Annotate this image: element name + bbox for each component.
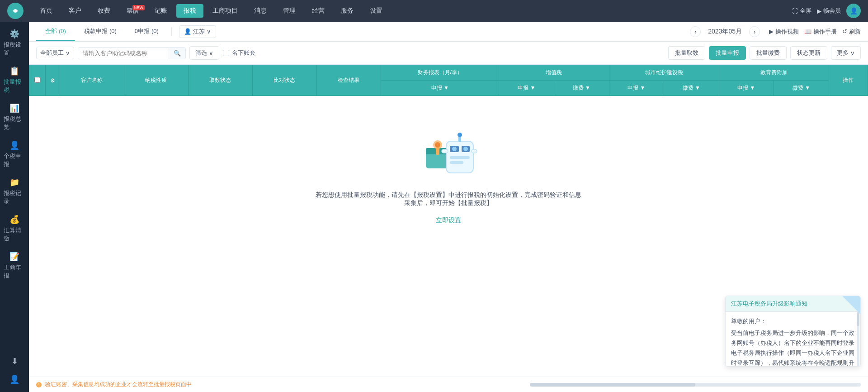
th-fetch-status: 取数状态 [188,65,252,96]
nav-settings[interactable]: 设置 [363,4,390,18]
top-nav-right: ⛶ 全屏 ▶ 畅会员 👤 [792,4,861,18]
tax-overview-icon: 📊 [9,103,19,113]
nav-operations[interactable]: 经营 [305,4,332,18]
th-financial-sub: 申报 ▼ [381,81,499,96]
main-layout: ⚙️ 报税设置 📋 批量报税 📊 报税总览 👤 个税申报 📁 报税记录 💰 汇算… [0,22,868,392]
status-update-btn[interactable]: 状态更新 [790,46,827,60]
notif-scrollbar[interactable] [857,312,859,366]
svg-rect-13 [450,161,463,164]
month-nav: ‹ 2023年05月 › [690,26,760,37]
warning-text: 验证账密、采集信息均成功的企业才会流转至批量报税页面中 [45,381,192,388]
tax-settings-icon: ⚙️ [9,29,19,39]
th-vat-pay: 缴费 ▼ [554,81,609,96]
nav-services[interactable]: 服务 [334,4,361,18]
sidebar-item-annual-report[interactable]: 📝 工商年报 [2,248,27,283]
nav-manage[interactable]: 管理 [276,4,303,18]
notif-header: 江苏电子税务局升级影响通知 × [726,296,860,312]
notif-content: 受当前电子税务局进一步升级的影响，同一个政务网账号（办税人）名下的企业不能再同时… [731,328,855,366]
right-actions: ▶ 操作视频 📖 操作手册 ↺ 刷新 [769,28,861,36]
tab-divider [171,27,172,36]
svg-point-6 [435,142,440,148]
empty-state: 若您想使用批量报税功能，请先在【报税设置】中进行报税的初始化设置，完成密码验证和… [29,96,868,252]
region-selector[interactable]: 👤 江苏 ∨ [179,25,216,38]
batch-declare-btn[interactable]: 批量申报 [709,46,746,60]
setup-link[interactable]: 立即设置 [436,216,461,225]
nav-business[interactable]: 工商项目 [205,4,245,18]
sidebar-item-personal-tax[interactable]: 👤 个税申报 [2,137,27,172]
more-btn[interactable]: 更多 ∨ [831,46,861,60]
horizontal-scrollbar[interactable] [530,383,861,387]
sidebar-item-batch-tax[interactable]: 📋 批量报税 [2,62,27,98]
app-logo [7,3,24,19]
user-avatar[interactable]: 👤 [846,4,861,18]
nav-messages[interactable]: 消息 [247,4,274,18]
notif-greeting: 尊敬的用户： [731,316,855,326]
filter-chevron-icon: ∨ [209,50,213,57]
svg-point-1 [14,10,17,12]
member-button[interactable]: ▶ 畅会员 [817,7,841,15]
sidebar-item-annual-settlement[interactable]: 💰 汇算清缴 [2,211,27,246]
prev-month-btn[interactable]: ‹ [690,26,701,37]
th-client-name: 客户名称 [60,65,124,96]
th-financial-report: 财务报表（月/季） [381,65,499,81]
nav-fees[interactable]: 收费 [90,4,118,18]
refresh-link[interactable]: ↺ 刷新 [842,28,861,36]
warning-icon: ! [36,382,42,387]
sidebar-item-tax-overview[interactable]: 📊 报税总览 [2,100,27,135]
region-person-icon: 👤 [184,28,191,35]
employee-selector[interactable]: 全部员工 ∨ [36,47,74,59]
th-compare-status: 比对状态 [252,65,316,96]
nav-home[interactable]: 首页 [33,4,60,18]
th-checkbox [29,65,46,96]
select-all-checkbox[interactable] [34,77,40,83]
next-month-btn[interactable]: › [749,26,760,37]
book-icon: 📖 [804,28,811,35]
th-city-pay: 缴费 ▼ [664,81,719,96]
notif-title: 江苏电子税务局升级影响通知 [731,300,807,308]
tab-zero-declare[interactable]: 0申报 (0) [126,23,168,41]
th-city-declare: 申报 ▼ [609,81,664,96]
th-check-result: 检查结果 [316,65,381,96]
fullscreen-button[interactable]: ⛶ 全屏 [792,7,811,15]
new-badge: NEW [132,5,145,10]
batch-tax-icon: 📋 [9,66,19,76]
annual-report-icon: 📝 [9,252,19,262]
batch-fetch-btn[interactable]: 批量取数 [668,46,705,60]
operation-video-link[interactable]: ▶ 操作视频 [769,28,799,36]
data-table: ⚙ 客户名称 纳税性质 取数状态 比对状态 检查结果 财务报表（月/季） 增值税… [29,65,868,96]
th-operation: 操作 [829,65,868,96]
nav-invoice[interactable]: 票据 NEW [119,4,146,18]
search-button[interactable]: 🔍 [169,48,185,59]
refresh-icon: ↺ [842,28,847,35]
region-chevron-icon: ∨ [207,28,211,35]
nav-items: 首页 客户 收费 票据 NEW 记账 报税 工商项目 消息 管理 经营 服务 设… [33,4,792,18]
sidebar: ⚙️ 报税设置 📋 批量报税 📊 报税总览 👤 个税申报 📁 报税记录 💰 汇算… [0,22,29,392]
operation-manual-link[interactable]: 📖 操作手册 [804,28,837,36]
tab-all[interactable]: 全部 (0) [36,23,75,41]
sidebar-user-btn[interactable]: 👤 [7,372,22,387]
checkbox-square [223,50,229,56]
tab-tax-declare[interactable]: 税款申报 (0) [75,23,126,41]
tax-records-icon: 📁 [9,177,19,187]
notif-corner [842,296,860,314]
nav-tax[interactable]: 报税 [176,4,203,18]
th-gear: ⚙ [46,65,60,96]
search-input[interactable] [78,48,169,59]
nav-client[interactable]: 客户 [61,4,89,18]
checkbox-label[interactable]: 名下账套 [223,49,255,57]
page-wrapper: 全部 (0) 税款申报 (0) 0申报 (0) 👤 江苏 ∨ [29,22,868,392]
sidebar-item-tax-settings[interactable]: ⚙️ 报税设置 [2,25,27,61]
notif-body: 尊敬的用户： 受当前电子税务局进一步升级的影响，同一个政务网账号（办税人）名下的… [726,312,860,366]
nav-bookkeeping[interactable]: 记账 [147,4,175,18]
sidebar-download-btn[interactable]: ⬇ [7,354,22,368]
bottom-bar: ! 验证账密、采集信息均成功的企业才会流转至批量报税页面中 [29,377,868,392]
sidebar-item-tax-records[interactable]: 📁 报税记录 [2,174,27,209]
personal-tax-icon: 👤 [9,140,19,150]
filter-button[interactable]: 筛选 ∨ [189,46,219,60]
svg-rect-12 [450,156,470,159]
batch-pay-btn[interactable]: 批量缴费 [750,46,787,60]
th-edu-declare: 申报 ▼ [719,81,774,96]
tabs-bar: 全部 (0) 税款申报 (0) 0申报 (0) 👤 江苏 ∨ [29,22,868,42]
top-nav: 首页 客户 收费 票据 NEW 记账 报税 工商项目 消息 管理 经营 服务 设… [0,0,868,22]
more-chevron-icon: ∨ [850,50,855,57]
